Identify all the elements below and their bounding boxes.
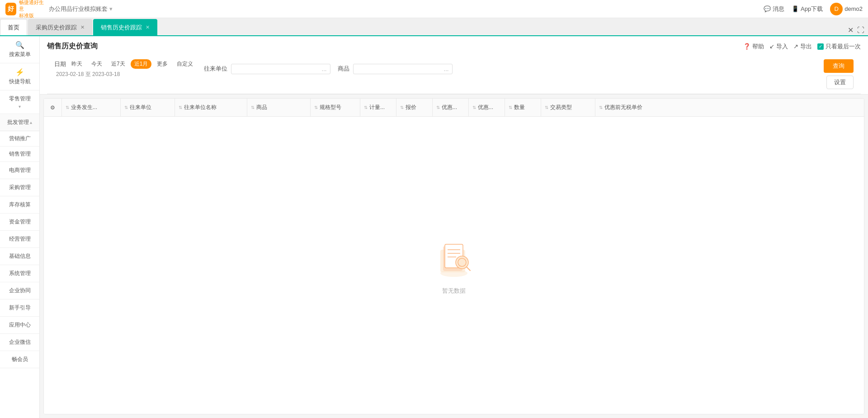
date-option-yesterday[interactable]: 昨天: [68, 59, 86, 69]
phone-icon: 📱: [792, 5, 799, 12]
wholesale-arrow-icon: ▴: [30, 120, 32, 125]
breadcrumb-text: 办公用品行业模拟账套: [49, 5, 108, 13]
app-download-btn[interactable]: 📱 App下载: [792, 5, 823, 13]
date-option-1month[interactable]: 近1月: [131, 59, 152, 69]
sidebar-item-app-center[interactable]: 应用中心: [0, 317, 39, 334]
empty-state-icon: [431, 236, 476, 281]
th-quote-price[interactable]: ⇅ 报价: [396, 99, 433, 116]
logo-icon: 好: [5, 3, 16, 15]
sidebar-item-purchase[interactable]: 采购管理: [0, 179, 39, 196]
sidebar-search-label: 搜索菜单: [9, 51, 31, 58]
partner-filter-input[interactable]: ...: [231, 64, 330, 74]
tab-purchase-history[interactable]: 采购历史价跟踪 ✕: [28, 19, 92, 35]
sidebar-item-system[interactable]: 系统管理: [0, 265, 39, 282]
sidebar-item-operations[interactable]: 经营管理: [0, 231, 39, 248]
sidebar-item-wholesale[interactable]: 批发管理 ▴: [0, 114, 39, 131]
main-layout: 🔍 搜索菜单 ⚡ 快捷导航 零售管理 ▾ 批发管理 ▴ 营销推广 销售管理 电商…: [0, 36, 868, 418]
page-title: 销售历史价查询: [47, 42, 98, 51]
product-filter-label: 商品: [338, 65, 349, 73]
th-settings[interactable]: ⚙: [44, 99, 62, 116]
sidebar-item-ecommerce[interactable]: 电商管理: [0, 162, 39, 179]
th-product[interactable]: ⇅ 商品: [247, 99, 311, 116]
logo-area: 好 畅捷通好生意 标准版: [5, 0, 45, 19]
th-trade-type[interactable]: ⇅ 交易类型: [541, 99, 595, 116]
sidebar-marketing-label: 营销推广: [9, 135, 31, 142]
sort-icon-unit: ⇅: [364, 105, 368, 110]
only-last-checkbox[interactable]: ✓: [817, 43, 824, 50]
sidebar-item-inventory[interactable]: 库存核算: [0, 196, 39, 214]
quick-nav-icon: ⚡: [15, 68, 24, 76]
date-filter-top: 日期 昨天 今天 近7天 近1月 更多 自定义: [54, 59, 197, 69]
sort-icon-unit-code: ⇅: [124, 105, 128, 110]
svg-line-9: [467, 267, 470, 271]
sidebar-item-enterprise-wechat[interactable]: 企业微信: [0, 334, 39, 351]
sidebar-ecommerce-label: 电商管理: [9, 166, 31, 174]
tab-home[interactable]: 首页: [0, 19, 27, 35]
import-icon: ↙: [769, 43, 774, 50]
settings-gear-icon[interactable]: ⚙: [50, 104, 55, 111]
product-filter-group: 商品 ...: [338, 64, 453, 74]
th-date[interactable]: ⇅ 业务发生...: [62, 99, 121, 116]
user-avatar-area[interactable]: D demo2: [830, 3, 863, 15]
sort-icon-discount2: ⇅: [472, 105, 476, 110]
sidebar-item-retail[interactable]: 零售管理 ▾: [0, 90, 39, 114]
date-option-today[interactable]: 今天: [88, 59, 106, 69]
th-discount2[interactable]: ⇅ 优惠...: [469, 99, 505, 116]
table-header: ⚙ ⇅ 业务发生... ⇅ 往来单位 ⇅ 往来单位名称 ⇅ 商品: [44, 99, 864, 117]
close-all-icon[interactable]: ✕: [848, 26, 854, 34]
retail-arrow-icon: ▾: [19, 104, 21, 109]
sort-icon-price: ⇅: [400, 105, 404, 110]
product-filter-input[interactable]: ...: [353, 64, 453, 74]
sidebar-item-quick-nav[interactable]: ⚡ 快捷导航: [0, 63, 39, 90]
th-spec[interactable]: ⇅ 规格型号: [311, 99, 360, 116]
fullscreen-icon[interactable]: ⛶: [857, 26, 864, 34]
breadcrumb: 办公用品行业模拟账套 ▾: [49, 5, 760, 13]
settings-button[interactable]: 设置: [826, 76, 854, 89]
sidebar-item-finance[interactable]: 资金管理: [0, 214, 39, 231]
date-filter-label: 日期: [54, 60, 66, 68]
help-btn[interactable]: ❓ 帮助: [743, 43, 764, 51]
sidebar-finance-label: 资金管理: [9, 218, 31, 226]
partner-filter-group: 往来单位 ...: [204, 64, 330, 74]
tab-sales-history[interactable]: 销售历史价跟踪 ✕: [93, 19, 157, 35]
sidebar-item-basic-info[interactable]: 基础信息: [0, 248, 39, 265]
date-option-custom[interactable]: 自定义: [173, 59, 197, 69]
tab-bar-right: ✕ ⛶: [848, 26, 868, 35]
th-calc-unit[interactable]: ⇅ 计量...: [360, 99, 396, 116]
sidebar-system-label: 系统管理: [9, 270, 31, 277]
sidebar-item-marketing[interactable]: 营销推广: [0, 131, 39, 147]
th-qty[interactable]: ⇅ 数量: [505, 99, 541, 116]
sidebar-item-enterprise-collab[interactable]: 企业协同: [0, 282, 39, 299]
sidebar-item-sales-mgmt[interactable]: 销售管理: [0, 147, 39, 162]
only-last-checkbox-area[interactable]: ✓ 只看最后一次: [817, 43, 861, 51]
tab-purchase-close[interactable]: ✕: [80, 24, 85, 30]
th-tax-price[interactable]: ⇅ 优惠前无税单价: [595, 99, 864, 116]
import-btn[interactable]: ↙ 导入: [769, 43, 788, 51]
th-unit-name[interactable]: ⇅ 往来单位名称: [175, 99, 247, 116]
date-option-more[interactable]: 更多: [153, 59, 171, 69]
page-header-top: 销售历史价查询 ❓ 帮助 ↙ 导入 ↗ 导出 ✓: [47, 42, 861, 51]
table-empty-body: 暂无数据: [44, 117, 864, 414]
avatar: D: [830, 3, 843, 15]
sidebar-quicknav-label: 快捷导航: [9, 78, 31, 86]
sort-icon-discount1: ⇅: [436, 105, 440, 110]
tab-home-label: 首页: [8, 24, 19, 32]
th-discount1[interactable]: ⇅ 优惠...: [433, 99, 469, 116]
sort-icon-date: ⇅: [66, 105, 69, 110]
message-btn[interactable]: 💬 消息: [764, 5, 784, 13]
partner-filter-label: 往来单位: [204, 65, 227, 73]
date-option-7days[interactable]: 近7天: [108, 59, 129, 69]
sidebar-item-new-guide[interactable]: 新手引导: [0, 299, 39, 317]
date-range-text: 2023-02-18 至 2023-03-18: [56, 71, 197, 78]
sort-icon-spec: ⇅: [314, 105, 318, 110]
sort-icon-tax-price: ⇅: [599, 105, 603, 110]
sidebar-item-member[interactable]: 畅会员: [0, 351, 39, 368]
export-btn[interactable]: ↗ 导出: [793, 43, 812, 51]
sidebar: 🔍 搜索菜单 ⚡ 快捷导航 零售管理 ▾ 批发管理 ▴ 营销推广 销售管理 电商…: [0, 36, 40, 418]
page-header: 销售历史价查询 ❓ 帮助 ↙ 导入 ↗ 导出 ✓: [40, 36, 868, 95]
th-unit-code[interactable]: ⇅ 往来单位: [121, 99, 175, 116]
sidebar-item-search-menu[interactable]: 🔍 搜索菜单: [0, 36, 39, 63]
dropdown-icon[interactable]: ▾: [109, 5, 113, 12]
query-button[interactable]: 查询: [824, 59, 854, 73]
tab-sales-close[interactable]: ✕: [146, 24, 150, 30]
